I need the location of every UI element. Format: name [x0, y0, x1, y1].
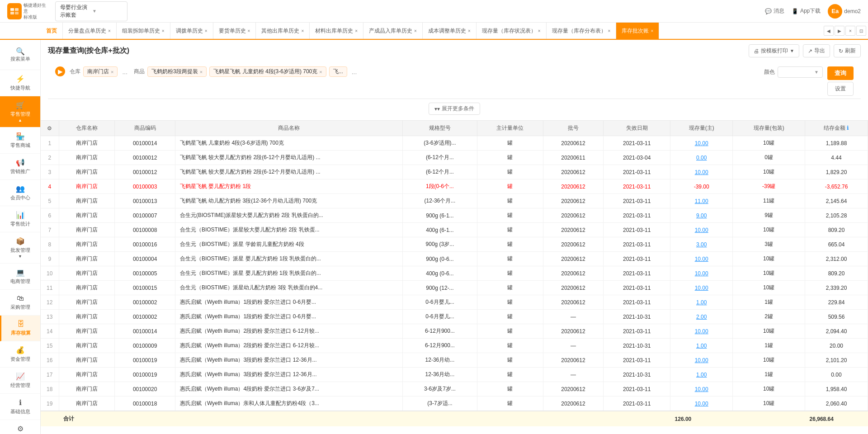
tab-menu-btn[interactable]: ⊡ [856, 26, 866, 36]
cell-warehouse: 南岸门店 [59, 339, 115, 353]
main-layout: 🔍 搜索菜单 ⚡ 快捷导航 🛒 零售管理 ▲ 🏪 零售商城 📢 营销推广 👥 会… [0, 40, 868, 434]
close-icon[interactable]: × [108, 28, 111, 33]
sidebar-item-members[interactable]: 👥 会员中心 [0, 180, 40, 206]
avatar: Ea [828, 4, 842, 19]
cell-qty-main[interactable]: 10.00 [670, 252, 733, 266]
tab-zuzhuang[interactable]: 组装拆卸单历史 × [117, 23, 170, 39]
cell-qty-main[interactable]: 10.00 [670, 136, 733, 151]
expand-more-btn[interactable]: ▾▾ 展开更多条件 [429, 103, 480, 115]
cell-qty-main[interactable]: 10.00 [670, 266, 733, 281]
export-btn[interactable]: ↗ 导出 [803, 44, 830, 57]
tab-kucun-active[interactable]: 库存批次账 × [616, 23, 659, 39]
sidebar-item-ecommerce[interactable]: 💻 电商管理 [0, 264, 40, 290]
sidebar-item-retail-stats[interactable]: 📊 零售统计 [0, 206, 40, 232]
remove-product1-btn[interactable]: × [200, 69, 203, 75]
tab-qitachu[interactable]: 其他出库单历史 × [256, 23, 310, 39]
remove-product2-btn[interactable]: × [319, 69, 322, 75]
close-icon[interactable]: × [608, 28, 611, 33]
tab-chanchen[interactable]: 产成品入库单历史 × [363, 23, 423, 39]
cell-qty-main[interactable]: 10.00 [670, 353, 733, 368]
refresh-btn[interactable]: ↻ 刷新 [834, 44, 861, 57]
query-btn[interactable]: 查询 [827, 66, 854, 80]
store-selector[interactable]: 母婴行业演示账套 ▼ [55, 1, 127, 21]
cell-code: 00100009 [115, 339, 175, 353]
sidebar-item-wholesale[interactable]: 📦 批发管理 ▼ [0, 232, 40, 264]
cell-qty-main[interactable]: 9.00 [670, 208, 733, 223]
sidebar-item-inventory[interactable]: 🗄 库存核算 [0, 316, 40, 341]
expand-toggle-btn[interactable]: ▶ [55, 66, 65, 76]
cell-amount: 2,060.40 [805, 396, 868, 411]
members-icon: 👥 [16, 184, 25, 193]
close-icon[interactable]: × [301, 28, 304, 33]
table-container[interactable]: ⚙ 仓库名称 商品编码 商品名称 规格型号 主计量单位 批号 失效日期 现存量(… [41, 121, 868, 434]
tab-cailiao[interactable]: 材料出库单历史 × [310, 23, 363, 39]
cell-qty-main[interactable]: 10.00 [670, 165, 733, 179]
warehouse-dots-btn[interactable]: ... [120, 68, 129, 75]
cell-batch: 20200612 [543, 281, 604, 295]
cell-qty-main[interactable]: 1.00 [670, 368, 733, 382]
cell-qty-main[interactable]: 1.00 [670, 339, 733, 353]
cell-qty-main[interactable]: 10.00 [670, 324, 733, 339]
sidebar-item-system[interactable]: ⚙ 系统管理 [0, 420, 40, 434]
cell-qty-main[interactable]: -39.00 [670, 179, 733, 194]
tab-prev-btn[interactable]: ◀ [824, 26, 834, 36]
product-dots-btn[interactable]: ... [350, 68, 359, 75]
close-icon[interactable]: × [205, 28, 208, 33]
tab-chengben[interactable]: 成本调整单历史 × [423, 23, 476, 39]
tab-close-btn[interactable]: × [845, 26, 855, 36]
tab-xiancun1[interactable]: 现存量（库存状况表）× [476, 23, 547, 39]
cell-qty-main[interactable]: 11.00 [670, 194, 733, 208]
app-download-btn[interactable]: 📱 App下载 [792, 7, 821, 15]
info-icon[interactable]: ℹ [847, 125, 849, 131]
cell-qty-main[interactable]: 2.00 [670, 310, 733, 324]
close-icon[interactable]: × [162, 28, 165, 33]
sidebar-item-operations[interactable]: 📈 经营管理 [0, 368, 40, 394]
user-area[interactable]: Ea demo2 [828, 4, 861, 19]
table-row: 3 南岸门店 00100012 飞鹤星飞帆 较大婴儿配方奶粉 2段(6-12个月… [41, 165, 868, 179]
color-input[interactable]: ▼ [778, 66, 823, 78]
warehouse-tag[interactable]: 南岸门店 × [83, 66, 118, 77]
tab-fenpan[interactable]: 分量盘点单历史 × [63, 23, 117, 39]
tab-home[interactable]: 首页 [41, 23, 63, 39]
sidebar-item-basic-info[interactable]: ℹ 基础信息 [0, 394, 40, 420]
close-icon[interactable]: × [355, 28, 358, 33]
close-icon[interactable]: × [651, 28, 653, 33]
tab-diaobo[interactable]: 调拨单历史 × [170, 23, 213, 39]
product-tag-1[interactable]: 飞鹤奶粉3段两提装 × [147, 66, 207, 77]
cell-qty-main[interactable]: 10.00 [670, 223, 733, 237]
cell-unit: 罐 [477, 266, 543, 281]
product-tag-2[interactable]: 飞鹤星飞帆 儿童奶粉 4段(3-6岁适用) 700克 × [209, 66, 326, 77]
close-icon[interactable]: × [538, 28, 541, 33]
close-icon[interactable]: × [468, 28, 471, 33]
cell-unit: 罐 [477, 165, 543, 179]
cell-qty-pack: 9罐 [733, 208, 805, 223]
cell-qty-main[interactable]: 10.00 [670, 396, 733, 411]
cell-qty-main[interactable]: 10.00 [670, 382, 733, 396]
remove-warehouse-btn[interactable]: × [111, 69, 113, 75]
tab-next-btn[interactable]: ▶ [835, 26, 844, 36]
sidebar-item-retail-mall[interactable]: 🏪 零售商城 [0, 127, 40, 154]
close-icon[interactable]: × [248, 28, 250, 33]
cell-qty-main[interactable]: 1.00 [670, 295, 733, 310]
cell-name: 合生元（BIOSTIME）派星幼儿配方奶粉 3段 乳铁蛋白的4... [175, 281, 402, 295]
cell-qty-main[interactable]: 0.00 [670, 151, 733, 165]
sidebar-item-purchase[interactable]: 🛍 采购管理 [0, 290, 40, 316]
message-btn[interactable]: 💬 消息 [765, 7, 784, 15]
sidebar-search-btn[interactable]: 🔍 搜索菜单 [0, 43, 40, 66]
finance-icon: 💰 [16, 346, 25, 354]
cell-qty-main[interactable]: 10.00 [670, 281, 733, 295]
cell-qty-main[interactable]: 3.00 [670, 237, 733, 252]
close-icon[interactable]: × [414, 28, 417, 33]
product-tag-3[interactable]: 飞... [329, 66, 347, 77]
col-settings[interactable]: ⚙ [41, 121, 59, 136]
cell-spec: 6-12月900... [402, 324, 477, 339]
sidebar-item-shortcut[interactable]: ⚡ 快捷导航 [0, 70, 40, 96]
sidebar-item-marketing[interactable]: 📢 营销推广 [0, 154, 40, 180]
sidebar-item-retail-management[interactable]: 🛒 零售管理 ▲ [0, 96, 40, 127]
sidebar-item-finance[interactable]: 💰 资金管理 [0, 341, 40, 368]
cell-qty-pack: 10罐 [733, 223, 805, 237]
tab-xiancun2[interactable]: 现存量（库存分布表）× [547, 23, 617, 39]
setting-btn[interactable]: 设置 [827, 82, 854, 96]
tab-yaohuo[interactable]: 要货单历史 × [213, 23, 256, 39]
template-print-btn[interactable]: 🖨 按模板打印 ▼ [749, 44, 799, 57]
